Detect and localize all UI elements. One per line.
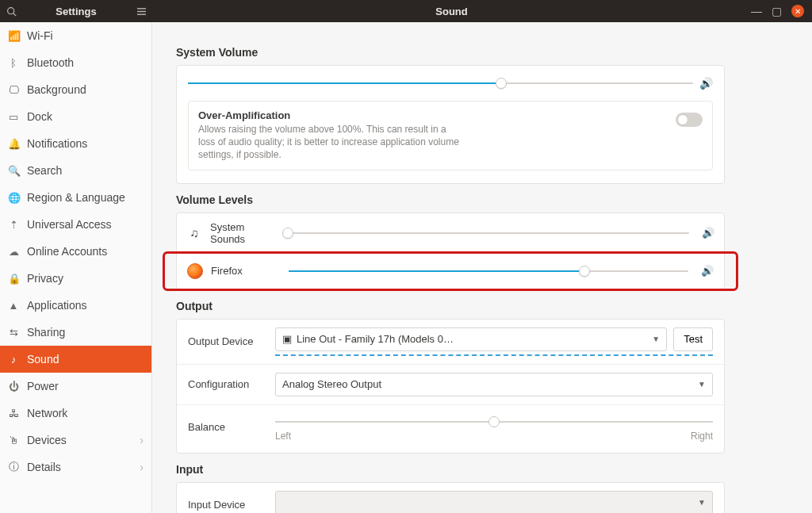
sidebar-item-sound[interactable]: ♪Sound (0, 346, 151, 373)
window-minimize-button[interactable]: — (751, 5, 762, 17)
sidebar-item-label: Privacy (27, 272, 63, 285)
background-icon: 🖵 (8, 84, 19, 96)
sidebar-item-bluetooth[interactable]: ᛒBluetooth (0, 49, 151, 76)
apps-icon: ▲ (8, 300, 19, 312)
sidebar-item-label: Background (27, 83, 86, 96)
speaker-icon[interactable]: 🔊 (696, 265, 714, 277)
volume-levels-card: ♫System Sounds🔊Firefox🔊 (176, 212, 725, 290)
sidebar-item-label: Wi-Fi (27, 29, 53, 42)
wifi-icon: 📶 (8, 30, 19, 42)
balance-left-label: Left (275, 431, 291, 442)
app-volume-slider[interactable] (289, 266, 688, 277)
output-card: Output Device ▣Line Out - Family 17h (Mo… (176, 319, 725, 454)
balance-right-label: Right (691, 431, 713, 442)
audio-card-icon: ▣ (282, 333, 292, 345)
section-heading-output: Output (176, 300, 725, 312)
chevron-right-icon: › (140, 461, 144, 473)
music-icon: ♫ (186, 225, 202, 241)
window-maximize-button[interactable]: ▢ (772, 5, 782, 17)
system-volume-slider[interactable] (188, 78, 693, 89)
test-button[interactable]: Test (673, 327, 713, 351)
output-config-label: Configuration (188, 378, 275, 390)
sound-icon: ♪ (8, 354, 19, 366)
page-title: Sound (152, 6, 751, 17)
app-volume-name: System Sounds (210, 221, 280, 245)
output-level-meter (275, 354, 713, 356)
sidebar-item-network[interactable]: 🖧Network (0, 400, 151, 427)
sidebar-item-label: Sound (27, 353, 59, 366)
sidebar-item-label: Dock (27, 110, 52, 123)
sidebar-item-sharing[interactable]: ⇆Sharing (0, 319, 151, 346)
bell-icon: 🔔 (8, 138, 19, 150)
input-device-select[interactable]: ▼ (275, 491, 713, 513)
sidebar-item-label: Devices (27, 434, 67, 446)
sidebar-item-notifications[interactable]: 🔔Notifications (0, 130, 151, 157)
sidebar-item-dock[interactable]: ▭Dock (0, 103, 151, 130)
sidebar-item-details[interactable]: ⓘDetails› (0, 454, 151, 480)
output-device-value: Line Out - Family 17h (Models 0… (297, 333, 454, 345)
sidebar-item-label: Universal Access (27, 218, 112, 231)
over-amp-title: Over-Amplification (198, 109, 460, 121)
highlighted-app-row: Firefox🔊 (163, 251, 738, 291)
access-icon: ⇡ (8, 219, 19, 231)
sidebar-item-background[interactable]: 🖵Background (0, 76, 151, 103)
hamburger-icon[interactable] (130, 7, 152, 16)
devices-icon: 🖱 (8, 435, 19, 446)
output-device-select[interactable]: ▣Line Out - Family 17h (Models 0… ▼ (275, 327, 667, 351)
input-device-label: Input Device (188, 499, 275, 511)
system-volume-card: 🔊 Over-Amplification Allows raising the … (176, 65, 725, 184)
balance-slider[interactable] (275, 416, 713, 427)
main-content: System Volume 🔊 Over-Amplification Allow… (152, 22, 812, 513)
sidebar-item-power[interactable]: ⏻Power (0, 373, 151, 400)
over-amp-description: Allows raising the volume above 100%. Th… (198, 123, 460, 162)
section-heading-volume-levels: Volume Levels (176, 193, 725, 206)
window-close-button[interactable]: ✕ (791, 5, 804, 17)
sidebar-item-region-language[interactable]: 🌐Region & Language (0, 184, 151, 211)
over-amp-toggle[interactable] (676, 113, 703, 127)
app-volume-name: Firefox (211, 265, 281, 277)
svg-line-1 (13, 13, 15, 15)
chevron-down-icon: ▼ (698, 498, 706, 507)
info-icon: ⓘ (8, 460, 19, 474)
sidebar-item-label: Applications (27, 299, 87, 312)
balance-label: Balance (188, 416, 275, 433)
speaker-icon[interactable]: 🔊 (697, 227, 714, 239)
sidebar-item-privacy[interactable]: 🔒Privacy (0, 265, 151, 292)
globe-icon: 🌐 (8, 192, 19, 204)
sidebar-item-label: Bluetooth (27, 56, 74, 69)
sidebar-item-label: Network (27, 407, 67, 419)
output-config-value: Analog Stereo Output (282, 378, 381, 390)
output-device-label: Output Device (188, 335, 275, 347)
sidebar-item-label: Details (27, 461, 61, 473)
search-icon: 🔍 (8, 165, 19, 177)
bluetooth-icon: ᛒ (8, 57, 19, 69)
sidebar-item-devices[interactable]: 🖱Devices› (0, 427, 151, 454)
sidebar-item-label: Notifications (27, 137, 87, 150)
network-icon: 🖧 (8, 408, 19, 419)
app-title: Settings (22, 6, 130, 17)
firefox-icon (187, 263, 203, 279)
power-icon: ⏻ (8, 381, 19, 392)
speaker-icon[interactable]: 🔊 (693, 77, 713, 90)
section-heading-system-volume: System Volume (176, 46, 725, 59)
sidebar-item-label: Region & Language (27, 191, 125, 204)
lock-icon: 🔒 (8, 273, 19, 285)
sidebar-item-online-accounts[interactable]: ☁Online Accounts (0, 238, 151, 265)
sidebar-item-label: Sharing (27, 326, 65, 339)
search-icon[interactable] (0, 6, 22, 17)
chevron-down-icon: ▼ (652, 335, 660, 343)
dock-icon: ▭ (8, 111, 19, 123)
output-config-select[interactable]: Analog Stereo Output ▼ (275, 373, 713, 396)
sidebar-item-applications[interactable]: ▲Applications (0, 292, 151, 319)
app-volume-slider[interactable] (288, 228, 689, 239)
titlebar: Settings Sound — ▢ ✕ (0, 0, 812, 22)
sidebar-item-wi-fi[interactable]: 📶Wi-Fi (0, 22, 151, 49)
sidebar-item-universal-access[interactable]: ⇡Universal Access (0, 211, 151, 238)
section-heading-input: Input (176, 463, 725, 476)
cloud-icon: ☁ (8, 246, 19, 258)
sidebar-item-search[interactable]: 🔍Search (0, 157, 151, 184)
svg-point-0 (7, 7, 13, 13)
share-icon: ⇆ (8, 327, 19, 339)
over-amplification-row: Over-Amplification Allows raising the vo… (188, 101, 713, 170)
sidebar-item-label: Search (27, 164, 62, 177)
